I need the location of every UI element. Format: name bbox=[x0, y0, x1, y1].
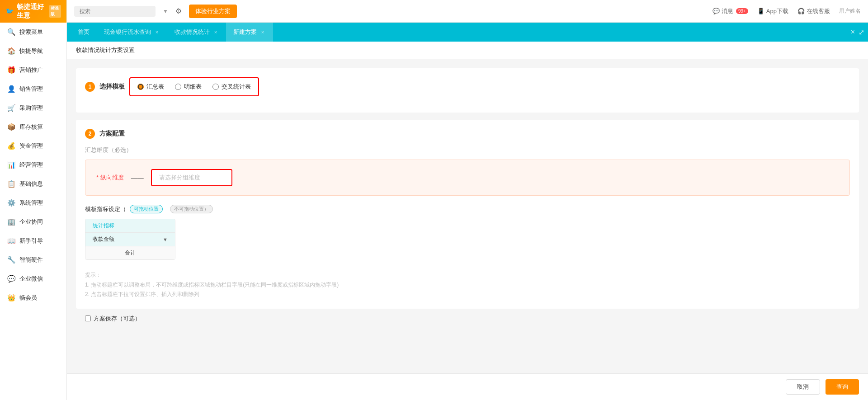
user-info: 用户姓名 bbox=[839, 7, 861, 15]
sidebar-item-inventory[interactable]: 📦 库存核算 bbox=[0, 118, 66, 136]
tab-label: 现金银行流水查询 bbox=[104, 28, 151, 36]
dimension-area: * 纵向维度 —— 请选择分组维度 bbox=[85, 160, 850, 196]
sidebar-item-enterprise[interactable]: 🏢 企业协同 bbox=[0, 212, 66, 231]
vertical-dimension-label: * 纵向维度 bbox=[96, 174, 124, 182]
radio-detail-label: 明细表 bbox=[184, 83, 202, 91]
radio-cross-input[interactable] bbox=[212, 84, 219, 90]
online-service-button[interactable]: 🎧 在线客服 bbox=[797, 7, 830, 15]
tab-close-bank-flow[interactable]: × bbox=[154, 29, 160, 35]
tabs-bar: 首页 现金银行流水查询 × 收款情况统计 × 新建方案 × × ⤢ bbox=[67, 23, 868, 42]
sidebar-item-label: 营销推广 bbox=[19, 66, 43, 74]
sidebar-item-label: 智能硬件 bbox=[19, 256, 43, 264]
sidebar-item-system[interactable]: ⚙️ 系统管理 bbox=[0, 193, 66, 212]
sidebar-item-label: 畅会员 bbox=[19, 294, 37, 302]
tips-title: 提示： bbox=[85, 272, 101, 278]
tab-home[interactable]: 首页 bbox=[71, 23, 97, 42]
sidebar-item-finance[interactable]: 💰 资金管理 bbox=[0, 136, 66, 155]
message-label: 消息 bbox=[722, 7, 733, 15]
topbar-right: 💬 消息 99+ 📱 App下载 🎧 在线客服 用户姓名 bbox=[712, 7, 861, 15]
sidebar-item-label: 搜索菜单 bbox=[19, 28, 43, 36]
radio-detail[interactable]: 明细表 bbox=[175, 83, 202, 91]
radio-summary[interactable]: 汇总表 bbox=[137, 83, 164, 91]
search-icon: 🔍 bbox=[7, 28, 16, 36]
topbar-dropdown-icon[interactable]: ▼ bbox=[163, 8, 168, 14]
tab-bank-flow[interactable]: 现金银行流水查询 × bbox=[97, 23, 167, 42]
app-download-label: App下载 bbox=[766, 7, 788, 15]
building-icon: 🏢 bbox=[7, 218, 16, 226]
crown-icon: 👑 bbox=[7, 294, 16, 302]
app-download-button[interactable]: 📱 App下载 bbox=[757, 7, 788, 15]
radio-detail-input[interactable] bbox=[175, 84, 181, 90]
radio-cross-label: 交叉统计表 bbox=[222, 83, 251, 91]
action-bar: 取消 查询 bbox=[67, 373, 868, 400]
sidebar-item-basic[interactable]: 📋 基础信息 bbox=[0, 174, 66, 193]
online-service-label: 在线客服 bbox=[807, 7, 830, 15]
draggable-badge: 可拖动位置 bbox=[130, 205, 163, 213]
search-input[interactable] bbox=[74, 6, 156, 17]
metric-settings-title: 模板指标设定（ 可拖动位置 不可拖动位置） bbox=[85, 205, 850, 213]
page-header: 收款情况统计方案设置 bbox=[67, 42, 868, 59]
step1-section: 1 选择模板 汇总表 明细表 交叉统计表 bbox=[76, 68, 859, 113]
content-area: 收款情况统计方案设置 1 选择模板 汇总表 明细表 bbox=[67, 42, 868, 400]
query-button[interactable]: 查询 bbox=[826, 379, 859, 395]
step1-header: 1 选择模板 汇总表 明细表 交叉统计表 bbox=[85, 77, 850, 96]
radio-summary-label: 汇总表 bbox=[146, 83, 164, 91]
window-max-icon[interactable]: ⤢ bbox=[859, 28, 864, 37]
sidebar-item-label: 销售管理 bbox=[19, 85, 43, 93]
message-button[interactable]: 💬 消息 99+ bbox=[712, 7, 748, 15]
logo-text: 畅捷通好生意 bbox=[17, 3, 47, 20]
metric-column-header-row: 收款金额 ▼ bbox=[85, 233, 175, 246]
step2-title: 方案配置 bbox=[99, 130, 125, 138]
clipboard-icon: 📋 bbox=[7, 180, 16, 188]
step1-number: 1 bbox=[85, 82, 95, 92]
tip-item-2: 2. 点击标题栏下拉可设置排序、插入列和删除列 bbox=[85, 290, 850, 300]
tabs-bar-controls: × ⤢ bbox=[851, 28, 864, 37]
tab-close-new-plan[interactable]: × bbox=[259, 29, 266, 35]
cart-icon: 🛒 bbox=[7, 104, 16, 112]
cancel-button[interactable]: 取消 bbox=[786, 379, 820, 395]
sidebar-item-search[interactable]: 🔍 搜索菜单 bbox=[0, 23, 66, 42]
gift-icon: 🎁 bbox=[7, 66, 16, 74]
radio-cross[interactable]: 交叉统计表 bbox=[212, 83, 251, 91]
tab-close-receipt-stats[interactable]: × bbox=[212, 29, 219, 35]
sidebar-item-hardware[interactable]: 🔧 智能硬件 bbox=[0, 250, 66, 269]
step2-number: 2 bbox=[85, 129, 95, 139]
chart-icon: 📊 bbox=[7, 161, 16, 169]
sidebar-item-label: 经营管理 bbox=[19, 161, 43, 169]
template-select-row: 汇总表 明细表 交叉统计表 bbox=[129, 77, 259, 96]
download-icon: 📱 bbox=[757, 8, 764, 14]
metric-col-dropdown-icon[interactable]: ▼ bbox=[163, 237, 168, 242]
tab-new-plan[interactable]: 新建方案 × bbox=[226, 23, 273, 42]
sidebar-item-member[interactable]: 👑 畅会员 bbox=[0, 288, 66, 307]
sidebar-item-label: 新手引导 bbox=[19, 237, 43, 245]
settings-icon[interactable]: ⚙ bbox=[175, 7, 182, 15]
trial-button[interactable]: 体验行业方案 bbox=[189, 5, 237, 18]
service-icon: 🎧 bbox=[797, 8, 805, 14]
tab-receipt-stats[interactable]: 收款情况统计 × bbox=[167, 23, 226, 42]
sidebar-item-purchase[interactable]: 🛒 采购管理 bbox=[0, 99, 66, 118]
dimension-arrow: —— bbox=[131, 174, 144, 181]
dimension-select[interactable]: 请选择分组维度 bbox=[151, 169, 232, 186]
metric-total-row: 合计 bbox=[85, 246, 175, 259]
page-body: 1 选择模板 汇总表 明细表 交叉统计表 bbox=[67, 59, 868, 373]
tips-section: 提示： 1. 拖动标题栏可以调整布局，不可跨维度或指标区域拖动栏目字段(只能在同… bbox=[85, 270, 850, 300]
sidebar: 🐦 畅捷通好生意 标准版 🔍 搜索菜单 🏠 快捷导航 🎁 营销推广 👤 销售管理… bbox=[0, 0, 67, 400]
window-close-icon[interactable]: × bbox=[851, 28, 855, 37]
logo-icon: 🐦 bbox=[5, 7, 14, 15]
radio-summary-input[interactable] bbox=[137, 84, 144, 90]
step2-header: 2 方案配置 bbox=[85, 129, 850, 139]
metric-table: 统计指标 收款金额 ▼ 合计 bbox=[85, 219, 175, 260]
money-icon: 💰 bbox=[7, 142, 16, 150]
sidebar-item-quick-nav[interactable]: 🏠 快捷导航 bbox=[0, 42, 66, 61]
sidebar-item-marketing[interactable]: 🎁 营销推广 bbox=[0, 61, 66, 80]
save-plan-checkbox-label[interactable]: 方案保存（可选） bbox=[85, 315, 141, 323]
home-icon: 🏠 bbox=[7, 47, 16, 55]
sidebar-item-sales[interactable]: 👤 销售管理 bbox=[0, 80, 66, 99]
tip-item-1: 1. 拖动标题栏可以调整布局，不可跨维度或指标区域拖动栏目字段(只能在同一维度或… bbox=[85, 280, 850, 290]
sidebar-item-guide[interactable]: 📖 新手引导 bbox=[0, 231, 66, 250]
save-plan-checkbox[interactable] bbox=[85, 315, 91, 321]
sidebar-item-wechat[interactable]: 💬 企业微信 bbox=[0, 269, 66, 288]
sidebar-item-label: 企业微信 bbox=[19, 275, 43, 283]
sidebar-item-operations[interactable]: 📊 经营管理 bbox=[0, 155, 66, 174]
user-icon: 👤 bbox=[7, 85, 16, 93]
